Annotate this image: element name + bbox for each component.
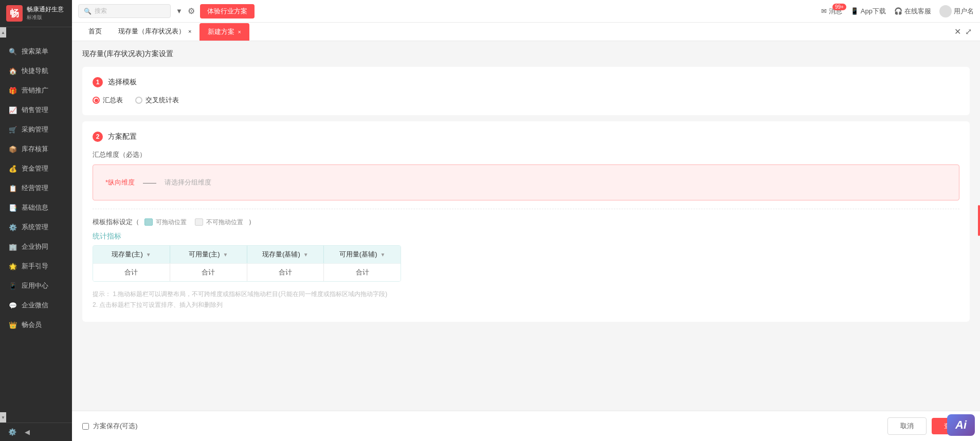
col-available-aux[interactable]: 可用量(基辅) ▼ [324,246,401,263]
col-present-main[interactable]: 现存量(主) ▼ [93,246,170,263]
sidebar: 畅 畅康通好生意 标准版 ▲ 🔍 搜索菜单 🏠 快捷导航 🎁 营销推广 📈 销售… [0,0,72,441]
col-available-main-label: 可用量(主) [189,250,220,259]
main-wrap: 🔍 搜索 ▼ ⚙ 体验行业方案 ✉ 消息 99+ 📱 App下载 🎧 在线客服 … [72,0,980,441]
tab-close-action[interactable]: ✕ [954,27,961,36]
tab-new-scheme-close[interactable]: × [238,29,241,35]
sidebar-item-quick-nav[interactable]: 🏠 快捷导航 [0,61,72,81]
user-avatar [939,5,952,17]
stats-label: 统计指标 [93,232,959,241]
sidebar-item-label: 企业协同 [22,242,48,251]
sidebar-item-label: 企业微信 [22,301,48,310]
trial-industry-button[interactable]: 体验行业方案 [200,4,255,19]
tips-section: 提示： 1.拖动标题栏可以调整布局，不可跨维度或指标区域拖动栏目(只能在同一维度… [93,290,959,309]
sidebar-item-enterprise[interactable]: 🏢 企业协同 [0,237,72,256]
radio-cross-label: 交叉统计表 [146,96,179,105]
sidebar-item-inventory[interactable]: 📦 库存核算 [0,139,72,159]
enterprise-wechat-icon: 💬 [8,301,17,310]
metrics-table-row: 合计 合计 合计 合计 [93,263,401,281]
sidebar-item-sales[interactable]: 📈 销售管理 [0,100,72,120]
quick-nav-icon: 🏠 [8,66,17,76]
col-present-aux-chevron[interactable]: ▼ [303,252,308,258]
message-area[interactable]: ✉ 消息 99+ [821,7,842,16]
step1-card: 1 选择模板 汇总表 交叉统计表 [82,67,970,115]
tab-inventory-status[interactable]: 现存量（库存状况表） × [110,23,199,41]
col-present-aux[interactable]: 现存量(基辅) ▼ [247,246,324,263]
tab-new-scheme[interactable]: 新建方案 × [199,23,249,41]
online-service-link[interactable]: 🎧 在线客服 [894,7,931,16]
topbar-right: ✉ 消息 99+ 📱 App下载 🎧 在线客服 用户名 [821,5,974,17]
tab-home-label: 首页 [88,27,102,36]
indicator-legend: 可拖动位置 不可拖动位置 [144,218,243,227]
purchase-icon: 🛒 [8,125,17,134]
sidebar-item-purchase[interactable]: 🛒 采购管理 [0,120,72,139]
tip-1-text: 1.拖动标题栏可以调整布局，不可跨维度或指标区域拖动栏目(只能在同一维度或指标区… [113,290,387,298]
legend-fixed-box [195,218,203,226]
user-info[interactable]: 用户名 [939,5,974,17]
new-guide-icon: 🌟 [8,262,17,271]
save-checkbox-input[interactable] [82,423,89,430]
step1-num: 1 [93,77,103,87]
sidebar-item-sys-mgmt[interactable]: ⚙️ 系统管理 [0,217,72,237]
step2-title: 方案配置 [108,132,137,141]
sidebar-item-app-center[interactable]: 📱 应用中心 [0,276,72,296]
sidebar-menu: 🔍 搜索菜单 🏠 快捷导航 🎁 营销推广 📈 销售管理 🛒 采购管理 📦 库存核… [0,38,72,412]
legend-draggable-text: 可拖动位置 [156,218,187,227]
col-available-main[interactable]: 可用量(主) ▼ [170,246,247,263]
settings-footer-icon[interactable]: ⚙️ [8,428,16,436]
sidebar-item-label: 基础信息 [22,203,48,212]
col-present-main-chevron[interactable]: ▼ [146,252,151,258]
tab-new-scheme-label: 新建方案 [208,27,234,36]
message-badge: 99+ [832,4,846,10]
sidebar-item-label: 销售管理 [22,105,48,115]
sidebar-item-member[interactable]: 👑 畅会员 [0,315,72,335]
indicator-label-prefix: 模板指标设定（ [93,217,139,227]
sidebar-item-base-info[interactable]: 📑 基础信息 [0,198,72,217]
cell-present-aux: 合计 [247,264,324,281]
col-available-aux-chevron[interactable]: ▼ [380,252,386,258]
sidebar-item-search-menu[interactable]: 🔍 搜索菜单 [0,42,72,61]
sidebar-item-label: 资金管理 [22,164,48,173]
radio-summary[interactable]: 汇总表 [93,96,123,105]
sidebar-item-marketing[interactable]: 🎁 营销推广 [0,81,72,100]
sidebar-item-finance[interactable]: 💰 资金管理 [0,159,72,178]
topbar-search-icon: 🔍 [84,8,92,15]
sales-icon: 📈 [8,105,17,115]
radio-cross-dot [135,97,142,104]
enterprise-icon: 🏢 [8,242,17,251]
topbar: 🔍 搜索 ▼ ⚙ 体验行业方案 ✉ 消息 99+ 📱 App下载 🎧 在线客服 … [72,0,980,23]
tab-inventory-close[interactable]: × [188,28,191,34]
app-download-link[interactable]: 📱 App下载 [850,7,886,16]
message-icon: ✉ [821,7,827,15]
dimension-area[interactable]: *纵向维度 —— 请选择分组维度 [93,164,959,200]
sidebar-item-enterprise-wechat[interactable]: 💬 企业微信 [0,296,72,315]
sidebar-item-label: 经营管理 [22,183,48,193]
app-center-icon: 📱 [8,281,17,290]
tab-expand-action[interactable]: ⤢ [965,27,972,36]
tip-prefix: 提示： [93,290,111,298]
metrics-table: 现存量(主) ▼ 可用量(主) ▼ 现存量(基辅) ▼ 可用量(基辅) [93,245,401,282]
col-available-main-chevron[interactable]: ▼ [223,252,228,258]
tabs-bar: 首页 现存量（库存状况表） × 新建方案 × ✕ ⤢ [72,23,980,41]
topbar-search-placeholder: 搜索 [95,7,107,15]
dim-arrow: —— [143,179,156,187]
sidebar-item-label: 采购管理 [22,125,48,134]
section-divider [93,209,959,209]
topbar-search-box[interactable]: 🔍 搜索 [78,4,171,18]
sidebar-scroll-up[interactable]: ▲ [0,27,6,38]
sidebar-item-label: 营销推广 [22,86,48,95]
tab-home[interactable]: 首页 [80,23,110,41]
template-radio-group: 汇总表 交叉统计表 [93,96,959,105]
cancel-button[interactable]: 取消 [887,417,927,435]
right-accent-bar [978,205,980,236]
sidebar-item-new-guide[interactable]: 🌟 新手引导 [0,256,72,276]
service-icon: 🎧 [894,7,902,15]
radio-cross[interactable]: 交叉统计表 [135,96,179,105]
sidebar-scroll-down[interactable]: ▼ [0,412,6,422]
collapse-icon[interactable]: ◀ [25,428,30,436]
dim-placeholder: 请选择分组维度 [165,178,211,187]
sidebar-item-operations[interactable]: 📋 经营管理 [0,178,72,198]
tabs-actions: ✕ ⤢ [954,27,972,36]
topbar-gear-icon[interactable]: ⚙ [188,6,195,16]
topbar-dropdown-icon[interactable]: ▼ [176,7,183,15]
base-info-icon: 📑 [8,203,17,212]
